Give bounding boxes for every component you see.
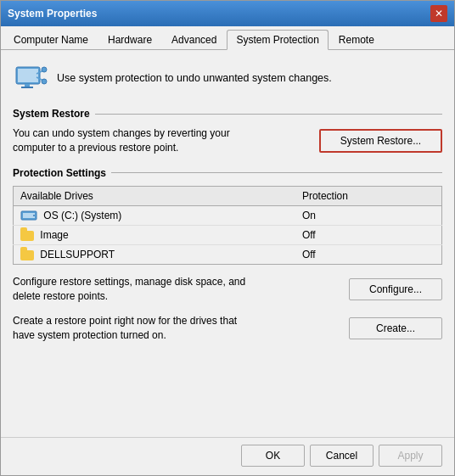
column-protection: Protection — [295, 186, 442, 205]
ok-button[interactable]: OK — [241, 445, 305, 467]
folder-icon-2 — [20, 250, 34, 260]
restore-description: You can undo system changes by reverting… — [13, 126, 259, 155]
cancel-button[interactable]: Cancel — [310, 445, 374, 467]
system-restore-section: System Restore You can undo system chang… — [13, 108, 442, 155]
folder-icon — [20, 231, 34, 241]
protection-status-dellsupport: Off — [295, 245, 442, 265]
protection-status-os: On — [295, 205, 442, 226]
create-row: Create a restore point right now for the… — [13, 314, 442, 343]
system-restore-button[interactable]: System Restore... — [319, 129, 442, 153]
tab-advanced[interactable]: Advanced — [162, 30, 226, 49]
header-row: Use system protection to undo unwanted s… — [13, 60, 442, 96]
svg-point-5 — [42, 67, 47, 72]
drive-name-image: Image — [14, 226, 295, 245]
window-title: System Properties — [8, 8, 97, 20]
column-drives: Available Drives — [14, 186, 295, 205]
table-row[interactable]: DELLSUPPORT Off — [14, 245, 442, 265]
system-properties-window: System Properties ✕ Computer Name Hardwa… — [0, 0, 455, 476]
drive-name-dellsupport: DELLSUPPORT — [14, 245, 295, 265]
protection-status-image: Off — [295, 226, 442, 245]
title-bar: System Properties ✕ — [1, 1, 454, 26]
configure-button[interactable]: Configure... — [349, 278, 442, 300]
drives-table: Available Drives Protection OS (C:) (Sys — [13, 186, 442, 266]
tab-system-protection[interactable]: System Protection — [227, 30, 328, 50]
tab-remote[interactable]: Remote — [329, 30, 384, 49]
header-description: Use system protection to undo unwanted s… — [57, 72, 332, 84]
apply-button[interactable]: Apply — [379, 445, 442, 467]
drive-name-os: OS (C:) (System) — [14, 205, 295, 226]
create-button[interactable]: Create... — [349, 317, 442, 339]
tab-computer-name[interactable]: Computer Name — [4, 30, 98, 49]
close-button[interactable]: ✕ — [430, 5, 447, 22]
table-row[interactable]: OS (C:) (System) On — [14, 205, 442, 226]
tabs-bar: Computer Name Hardware Advanced System P… — [1, 26, 454, 50]
configure-row: Configure restore settings, manage disk … — [13, 275, 442, 304]
section-divider-2 — [111, 172, 442, 173]
svg-rect-3 — [21, 87, 33, 88]
tab-hardware[interactable]: Hardware — [98, 30, 161, 49]
svg-rect-9 — [23, 213, 35, 218]
footer: OK Cancel Apply — [1, 437, 454, 475]
protection-settings-header: Protection Settings — [13, 167, 442, 179]
table-row[interactable]: Image Off — [14, 226, 442, 245]
configure-description: Configure restore settings, manage disk … — [13, 275, 259, 304]
restore-row: You can undo system changes by reverting… — [13, 126, 442, 155]
shield-icon — [13, 60, 48, 96]
system-restore-title: System Restore — [13, 108, 90, 120]
create-description: Create a restore point right now for the… — [13, 314, 259, 343]
svg-point-7 — [42, 79, 47, 84]
svg-point-10 — [33, 215, 35, 216]
section-divider — [95, 114, 442, 115]
svg-rect-1 — [18, 69, 38, 82]
protection-settings-section: Protection Settings Available Drives Pro… — [13, 167, 442, 343]
content-area: Use system protection to undo unwanted s… — [1, 50, 454, 437]
protection-settings-title: Protection Settings — [13, 167, 106, 179]
system-restore-header: System Restore — [13, 108, 442, 120]
